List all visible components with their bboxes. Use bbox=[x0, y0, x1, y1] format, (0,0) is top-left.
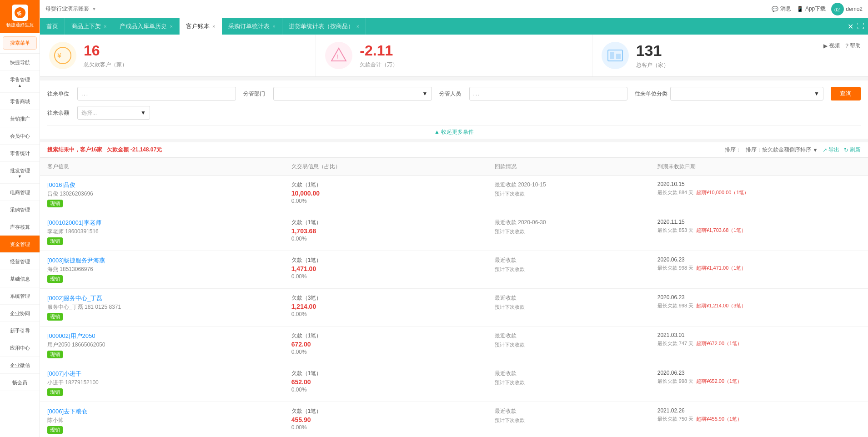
sidebar-item-enterprise-collab[interactable]: 企业协同 bbox=[0, 305, 40, 322]
close-icon-4[interactable]: × bbox=[272, 24, 275, 29]
debt-amount-7[interactable]: 455.90 bbox=[291, 416, 495, 423]
overdue-link-3[interactable]: 超期¥1,471.00（1笔） bbox=[696, 265, 746, 271]
overdue-link-5[interactable]: 超期¥672.00（1笔） bbox=[696, 341, 742, 346]
tab-close-all-icon[interactable]: ✕ bbox=[848, 22, 853, 31]
table-row: [0006]去下粮仓 陈小帅 现销 欠款（1笔） 455.90 0.00% 最近… bbox=[40, 402, 868, 437]
sidebar-item-purchase[interactable]: 采购管理 bbox=[0, 201, 40, 218]
close-icon-3[interactable]: × bbox=[212, 24, 215, 29]
debt-amount-2[interactable]: 1,703.68 bbox=[291, 227, 495, 235]
customer-name-1[interactable]: [0016]吕俊 bbox=[47, 181, 291, 189]
collapse-filter-btn[interactable]: ▲ 收起更多条件 bbox=[47, 125, 861, 139]
tab-purchase-product-stats[interactable]: 进货单统计表（按商品） × bbox=[282, 18, 366, 35]
sidebar-item-system[interactable]: 系统管理 bbox=[0, 287, 40, 305]
collection-info-3: 最近收款 bbox=[495, 256, 657, 264]
sidebar-item-retail-stats[interactable]: 零售统计 bbox=[0, 145, 40, 162]
overdue-link-6[interactable]: 超期¥652.00（1笔） bbox=[696, 378, 742, 384]
refresh-btn[interactable]: ↻ 刷新 bbox=[844, 146, 861, 154]
person-input[interactable]: ... bbox=[469, 87, 628, 100]
sidebar-item-beginner-guide[interactable]: 新手引导 bbox=[0, 322, 40, 339]
tab-bar: 首页 商品上下架 × 产成品入库单历史 × 客户账本 × 采购订单统计表 × 进… bbox=[40, 18, 868, 35]
sidebar-item-marketing[interactable]: 营销推广 bbox=[0, 110, 40, 127]
filter-row-1: 往来单位 ... 分管部门 ▼ 分管人员 ... bbox=[47, 87, 861, 100]
overdue-link-1[interactable]: 超期¥10,000.00（1笔） bbox=[696, 190, 749, 195]
debt-percent-2: 0.00% bbox=[291, 236, 495, 242]
unit-category-select[interactable]: ▼ bbox=[670, 87, 823, 100]
sidebar-item-inventory[interactable]: 库存核算 bbox=[0, 218, 40, 236]
tab-product-updown[interactable]: 商品上下架 × bbox=[65, 18, 113, 35]
collection-info-2: 最近收款 2020-06-30 bbox=[495, 219, 657, 226]
cell-customer-4: [0002]服务中心_丁磊 服务中心_丁磊 181 0125 8371 现销 bbox=[47, 294, 291, 321]
app-download-btn[interactable]: 📱 App下载 bbox=[797, 5, 826, 13]
tab-product-history[interactable]: 产成品入库单历史 × bbox=[113, 18, 179, 35]
results-bar: 搜索结果中，客户16家 欠款金额 -21,148.07元 排序： 排序：按欠款金… bbox=[40, 142, 868, 158]
sidebar-item-operations[interactable]: 经营管理 bbox=[0, 253, 40, 270]
cell-customer-6: [0007]小进干 小进干 18279152100 现销 bbox=[47, 370, 291, 396]
dept-select[interactable]: ▼ bbox=[273, 87, 432, 100]
sidebar-item-wechat[interactable]: 企业微信 bbox=[0, 357, 40, 374]
results-text: 搜索结果中，客户16家 欠款金额 -21,148.07元 bbox=[47, 146, 162, 154]
from-unit-input[interactable]: ... bbox=[77, 87, 236, 100]
close-icon[interactable]: × bbox=[104, 24, 106, 29]
customer-name-3[interactable]: [0003]畅捷服务尹海燕 bbox=[47, 256, 291, 265]
filter-dept: 分管部门 ▼ bbox=[243, 87, 432, 100]
customer-tag-6: 现销 bbox=[47, 388, 63, 396]
table-row: [000002]用户2050 用户2050 18665062050 现销 欠款（… bbox=[40, 326, 868, 364]
customer-sub-1: 吕俊 13026203696 bbox=[47, 190, 291, 198]
search-button[interactable]: 查询 bbox=[831, 87, 861, 100]
debt-amount-1[interactable]: 10,000.00 bbox=[291, 190, 495, 197]
sidebar-item-member-center[interactable]: 会员中心 bbox=[0, 127, 40, 145]
sidebar-item-retail-mgmt[interactable]: 零售管理 ▲ bbox=[0, 71, 40, 93]
content-area: ¥ 16 总欠款客户（家） ! -2.11 欠款合计（万） bbox=[40, 35, 868, 437]
stat-value-customers: 131 bbox=[636, 42, 669, 60]
customer-name-6[interactable]: [0007]小进干 bbox=[47, 370, 291, 378]
sidebar-item-app-center[interactable]: 应用中心 bbox=[0, 339, 40, 357]
sidebar-item-chang-member[interactable]: 畅会员 bbox=[0, 374, 40, 391]
search-menu-btn[interactable]: 搜索菜单 bbox=[3, 36, 37, 50]
dept-label: 分管部门 bbox=[243, 90, 271, 98]
sidebar-item-ecommerce[interactable]: 电商管理 bbox=[0, 184, 40, 201]
collection-info-1: 最近收款 2020-10-15 bbox=[495, 181, 657, 189]
sidebar-item-wholesale-mgmt[interactable]: 批发管理 ▼ bbox=[0, 162, 40, 184]
tab-customer-account[interactable]: 客户账本 × bbox=[180, 18, 222, 35]
debt-count-7: 欠款（1笔） bbox=[291, 407, 495, 415]
debt-percent-5: 0.00% bbox=[291, 349, 495, 355]
overdue-link-4[interactable]: 超期¥1,214.00（3笔） bbox=[696, 303, 746, 308]
debt-amount-3[interactable]: 1,471.00 bbox=[291, 265, 495, 272]
tab-fullscreen-icon[interactable]: ⛶ bbox=[857, 22, 864, 30]
filter-person: 分管人员 ... bbox=[439, 87, 628, 100]
overdue-link-7[interactable]: 超期¥455.90（1笔） bbox=[696, 416, 742, 422]
debt-amount-5[interactable]: 672.00 bbox=[291, 341, 495, 348]
debt-count-3: 欠款（1笔） bbox=[291, 256, 495, 264]
customer-name-4[interactable]: [0002]服务中心_丁磊 bbox=[47, 294, 291, 302]
tab-home-label: 首页 bbox=[46, 22, 58, 30]
results-amount-label: 欠款金额 bbox=[107, 146, 129, 153]
sidebar-item-basic-info[interactable]: 基础信息 bbox=[0, 270, 40, 287]
balance-select[interactable]: 选择... ▼ bbox=[77, 106, 150, 120]
video-btn[interactable]: ▶ 视频 bbox=[823, 42, 840, 50]
debt-percent-6: 0.00% bbox=[291, 387, 495, 393]
sort-button[interactable]: 排序：按欠款金额倒序排序 ▼ bbox=[746, 146, 818, 154]
message-btn[interactable]: 💬 消息 bbox=[772, 5, 791, 13]
customer-name-2[interactable]: [0001020001]李老师 bbox=[47, 219, 291, 227]
customer-name-5[interactable]: [000002]用户2050 bbox=[47, 332, 291, 340]
customer-name-7[interactable]: [0006]去下粮仓 bbox=[47, 407, 291, 416]
user-menu[interactable]: d2 demo2 bbox=[831, 3, 863, 15]
svg-text:畅: 畅 bbox=[17, 11, 21, 16]
tab-purchase-stats[interactable]: 采购订单统计表 × bbox=[222, 18, 282, 35]
logo-icon: 畅 bbox=[12, 5, 28, 21]
overdue-link-2[interactable]: 超期¥1,703.68（1笔） bbox=[696, 227, 746, 233]
sidebar-item-finance[interactable]: 资金管理 bbox=[0, 236, 40, 253]
export-btn[interactable]: ↗ 导出 bbox=[823, 146, 839, 154]
close-icon-2[interactable]: × bbox=[170, 24, 172, 29]
company-dropdown-icon[interactable]: ▼ bbox=[92, 6, 96, 11]
sidebar-item-quick-nav[interactable]: 快捷导航 bbox=[0, 54, 40, 71]
cell-collection-2: 最近收款 2020-06-30 预计下次收款 bbox=[495, 219, 657, 235]
sidebar-item-retail-mall[interactable]: 零售商城 bbox=[0, 93, 40, 110]
tab-home[interactable]: 首页 bbox=[40, 18, 65, 35]
debt-amount-4[interactable]: 1,214.00 bbox=[291, 303, 495, 310]
debt-amount-6[interactable]: 652.00 bbox=[291, 378, 495, 386]
help-btn[interactable]: ? 帮助 bbox=[845, 42, 861, 50]
close-icon-5[interactable]: × bbox=[356, 24, 359, 29]
app-logo[interactable]: 畅 畅捷通好生意 bbox=[0, 0, 40, 33]
results-actions: 排序： 排序：按欠款金额倒序排序 ▼ ↗ 导出 ↻ 刷新 bbox=[725, 146, 861, 154]
